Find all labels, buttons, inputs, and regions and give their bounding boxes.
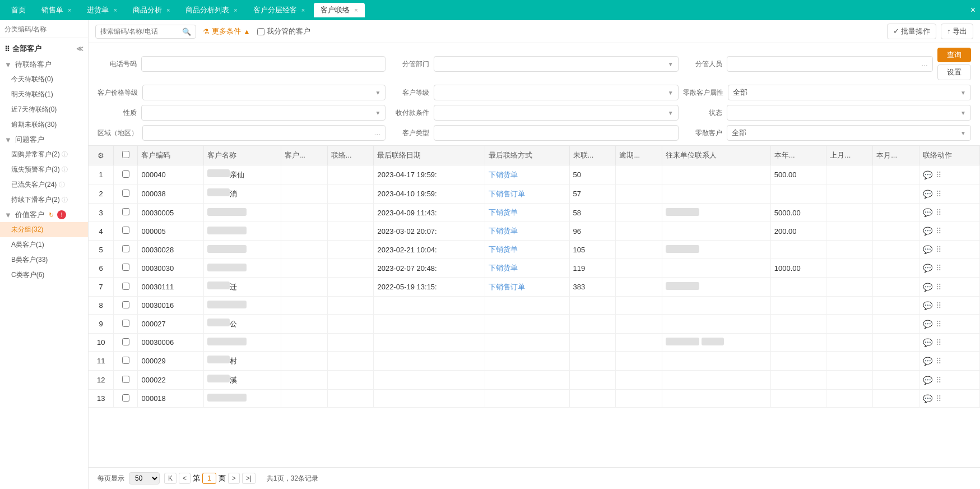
search-icon[interactable]: 🔍 bbox=[182, 27, 191, 36]
grid-action-icon[interactable]: ⠿ bbox=[936, 301, 941, 310]
grid-action-icon[interactable]: ⠿ bbox=[936, 357, 941, 366]
grid-action-icon[interactable]: ⠿ bbox=[936, 190, 941, 199]
batch-op-button[interactable]: ✓ 批量操作 bbox=[887, 24, 936, 39]
sidebar-item-tomorrow[interactable]: 明天待联络(1) bbox=[0, 87, 88, 102]
chat-icon[interactable]: 💬 bbox=[923, 190, 932, 199]
next-page-button[interactable]: > bbox=[228, 473, 240, 484]
grid-action-icon[interactable]: ⠿ bbox=[936, 245, 941, 254]
grid-action-icon[interactable]: ⠿ bbox=[936, 264, 941, 273]
row-checkbox[interactable] bbox=[122, 357, 129, 364]
grid-action-icon[interactable]: ⠿ bbox=[936, 283, 941, 292]
nature-select[interactable]: ▼ bbox=[141, 105, 386, 121]
customer-level-select[interactable]: ▼ bbox=[434, 85, 678, 100]
chat-icon[interactable]: 💬 bbox=[923, 320, 932, 329]
chat-icon[interactable]: 💬 bbox=[923, 357, 932, 366]
contact-method-link[interactable]: 下销货单 bbox=[489, 264, 518, 272]
row-checkbox[interactable] bbox=[122, 283, 129, 290]
row-checkbox[interactable] bbox=[122, 394, 129, 402]
search-input[interactable] bbox=[100, 27, 180, 35]
tab-goods-analysis[interactable]: 商品分析 × bbox=[126, 3, 177, 17]
tab-home[interactable]: 首页 bbox=[4, 3, 32, 17]
my-customers-checkbox[interactable] bbox=[257, 28, 264, 35]
chat-icon[interactable]: 💬 bbox=[923, 227, 932, 236]
row-checkbox[interactable] bbox=[122, 301, 129, 308]
row-checkbox[interactable] bbox=[122, 170, 129, 178]
payment-select[interactable]: ▼ bbox=[434, 105, 678, 121]
sidebar-item-overdue[interactable]: 逾期未联络(30) bbox=[0, 117, 88, 132]
close-customer-contact-icon[interactable]: × bbox=[354, 7, 357, 13]
grid-action-icon[interactable]: ⠿ bbox=[936, 170, 941, 179]
contact-method-link[interactable]: 下销售订单 bbox=[489, 283, 525, 291]
grid-action-icon[interactable]: ⠿ bbox=[936, 394, 941, 403]
contact-method-link[interactable]: 下销货单 bbox=[489, 227, 518, 235]
chat-icon[interactable]: 💬 bbox=[923, 170, 932, 179]
section-pending-contact[interactable]: ▼ 待联络客户 bbox=[0, 57, 88, 72]
row-checkbox[interactable] bbox=[122, 227, 129, 234]
select-all-checkbox[interactable] bbox=[122, 151, 129, 158]
first-page-button[interactable]: K bbox=[164, 473, 177, 484]
tab-customer-layer[interactable]: 客户分层经客 × bbox=[247, 3, 312, 17]
chat-icon[interactable]: 💬 bbox=[923, 338, 932, 347]
row-checkbox[interactable] bbox=[122, 376, 129, 383]
close-customer-layer-icon[interactable]: × bbox=[301, 7, 305, 13]
chat-icon[interactable]: 💬 bbox=[923, 245, 932, 254]
last-page-button[interactable]: >| bbox=[242, 473, 256, 484]
grid-action-icon[interactable]: ⠿ bbox=[936, 338, 941, 347]
sidebar-item-abnormal[interactable]: 固购异常客户(2) ⓘ bbox=[0, 147, 88, 162]
sparse-attr-select[interactable]: 全部 ▼ bbox=[728, 85, 971, 100]
collapse-icon[interactable]: ≪ bbox=[76, 45, 83, 53]
person-select[interactable]: … bbox=[727, 56, 933, 72]
sidebar-item-ungroup[interactable]: 未分组(32) bbox=[0, 222, 88, 237]
chat-icon[interactable]: 💬 bbox=[923, 376, 932, 385]
region-select[interactable]: … bbox=[142, 125, 386, 141]
tab-goods-analysis-list[interactable]: 商品分析列表 × bbox=[179, 3, 244, 17]
tab-purchase[interactable]: 进货单 × bbox=[80, 3, 123, 17]
sidebar-item-losswarning[interactable]: 流失预警客户(3) ⓘ bbox=[0, 162, 88, 177]
sidebar-item-class-a[interactable]: A类客户(1) bbox=[0, 237, 88, 252]
phone-input[interactable] bbox=[141, 56, 386, 72]
close-purchase-icon[interactable]: × bbox=[113, 7, 117, 13]
row-checkbox[interactable] bbox=[122, 245, 129, 252]
page-size-select[interactable]: 50 20 100 bbox=[129, 472, 160, 485]
more-conditions-button[interactable]: ⚗ 更多条件 ▲ bbox=[203, 26, 250, 36]
value-reload-icon[interactable]: ↻ bbox=[49, 211, 54, 219]
sidebar-item-7days[interactable]: 近7天待联络(0) bbox=[0, 102, 88, 117]
sidebar-search-input[interactable] bbox=[4, 25, 89, 33]
export-button[interactable]: ↑ 导出 bbox=[941, 24, 973, 39]
contact-method-link[interactable]: 下销货单 bbox=[489, 170, 518, 179]
reset-button[interactable]: 设置 bbox=[937, 64, 971, 80]
contact-method-link[interactable]: 下销售订单 bbox=[489, 190, 525, 198]
contact-method-link[interactable]: 下销货单 bbox=[489, 208, 518, 216]
tab-customer-contact[interactable]: 客户联络 × bbox=[314, 3, 364, 17]
grid-action-icon[interactable]: ⠿ bbox=[936, 320, 941, 329]
person-dots-icon[interactable]: … bbox=[921, 60, 928, 68]
chat-icon[interactable]: 💬 bbox=[923, 208, 932, 217]
prev-page-button[interactable]: < bbox=[179, 473, 191, 484]
status-select[interactable]: ▼ bbox=[727, 105, 971, 121]
grid-action-icon[interactable]: ⠿ bbox=[936, 376, 941, 385]
row-checkbox[interactable] bbox=[122, 264, 129, 271]
row-checkbox[interactable] bbox=[122, 320, 129, 327]
chat-icon[interactable]: 💬 bbox=[923, 301, 932, 310]
chat-icon[interactable]: 💬 bbox=[923, 394, 932, 403]
chat-icon[interactable]: 💬 bbox=[923, 283, 932, 292]
contact-method-link[interactable]: 下销货单 bbox=[489, 245, 518, 253]
sidebar-item-today[interactable]: 今天待联络(0) bbox=[0, 72, 88, 87]
sidebar-all-customers[interactable]: ⠿ 全部客户 ≪ bbox=[0, 40, 88, 57]
col-settings[interactable]: ⚙ bbox=[89, 146, 114, 165]
tab-sales[interactable]: 销售单 × bbox=[35, 3, 78, 17]
sidebar-item-class-c[interactable]: C类客户(6) bbox=[0, 267, 88, 283]
section-value-customers[interactable]: ▼ 价值客户 ↻ ! bbox=[0, 207, 88, 222]
close-sales-icon[interactable]: × bbox=[68, 7, 71, 13]
dept-select[interactable]: ▼ bbox=[434, 56, 678, 72]
close-all-button[interactable]: × bbox=[970, 5, 976, 15]
grid-action-icon[interactable]: ⠿ bbox=[936, 227, 941, 236]
close-goods-analysis-list-icon[interactable]: × bbox=[234, 7, 237, 13]
sidebar-item-declining[interactable]: 持续下滑客户(2) ⓘ bbox=[0, 192, 88, 207]
grid-action-icon[interactable]: ⠿ bbox=[936, 208, 941, 217]
row-checkbox[interactable] bbox=[122, 338, 129, 345]
customer-type-input[interactable] bbox=[434, 125, 678, 141]
sparse-customer-select[interactable]: 全部 ▼ bbox=[727, 125, 971, 141]
chat-icon[interactable]: 💬 bbox=[923, 264, 932, 273]
row-checkbox[interactable] bbox=[122, 208, 129, 215]
